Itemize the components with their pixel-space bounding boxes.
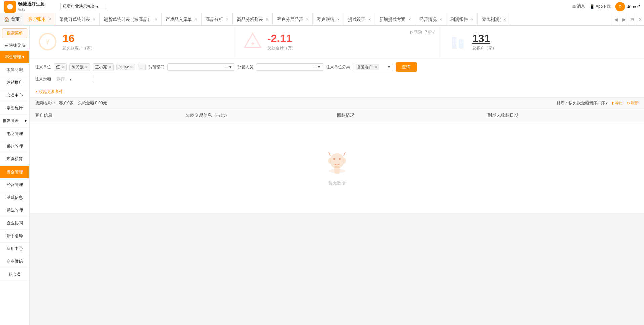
svg-line-17 — [344, 152, 345, 156]
tab-profit-report[interactable]: 利润报告 ✕ — [446, 13, 478, 26]
sidebar-item-retail-mall[interactable]: 零售商城 — [0, 64, 29, 76]
sidebar-item-member-vip[interactable]: 畅会员 — [0, 268, 29, 281]
remove-unit-wu[interactable]: ✕ — [61, 65, 64, 69]
unit-tag-wang[interactable]: 王小亮 ✕ — [93, 63, 114, 71]
svg-point-18 — [328, 158, 331, 164]
close-tab-customer-contact[interactable]: ✕ — [337, 17, 340, 21]
sidebar-item-member-center[interactable]: 会员中心 — [0, 89, 29, 102]
stat-card-total-customers: 131 总客户（家） — [439, 26, 644, 58]
sidebar-quick-nav[interactable]: ☰ 快捷导航 — [0, 41, 29, 51]
close-tab-customer-accounts[interactable]: ✕ — [48, 17, 51, 21]
tab-promotion-settings[interactable]: 提成设置 ✕ — [344, 13, 375, 26]
export-button[interactable]: ⬆ 导出 — [611, 100, 623, 106]
unit-more-btn[interactable]: ... — [138, 64, 146, 70]
sidebar-item-retail-mgmt[interactable]: 零售管理 ▾ — [0, 51, 29, 64]
close-tab-operations[interactable]: ✕ — [439, 17, 442, 21]
sidebar-item-enterprise-wechat[interactable]: 企业微信 — [0, 255, 29, 268]
tab-purchase-order-stats[interactable]: 采购订单统计表 ✕ — [55, 13, 100, 26]
demo-selector[interactable]: 母婴行业演示帐套 ▾ — [60, 3, 105, 10]
sidebar-item-operations-mgmt[interactable]: 经营管理 — [0, 179, 29, 191]
help-link[interactable]: ? 帮助 — [425, 29, 436, 35]
unit-tag-cjttcw[interactable]: cjttcw ✕ — [116, 64, 135, 70]
tab-retail-profit[interactable]: 零售利润( ✕ — [478, 13, 510, 26]
stat-value-total-customers: 131 — [472, 32, 497, 45]
close-tab-product-inbound[interactable]: ✕ — [195, 17, 197, 21]
stat-label-total-customers: 总客户（家） — [472, 45, 497, 51]
remove-classify[interactable]: ✕ — [374, 65, 377, 69]
close-tab-inbound-stats[interactable]: ✕ — [155, 17, 157, 21]
th-debt: 欠款交易信息（占比） — [186, 112, 337, 118]
tab-right-arrow[interactable]: ▶ — [620, 13, 628, 26]
tab-product-analysis-list[interactable]: 商品分析列表 ✕ — [233, 13, 273, 26]
tab-more-btn[interactable]: ⊞ — [628, 13, 636, 26]
sidebar-item-basic-info[interactable]: 基础信息 — [0, 191, 29, 204]
message-icon: ✉ — [572, 4, 576, 9]
remove-unit-wang[interactable]: ✕ — [109, 65, 111, 69]
refresh-button[interactable]: ↻ 刷新 — [627, 100, 639, 106]
svg-rect-6 — [453, 39, 454, 41]
close-tab-promotion-settings[interactable]: ✕ — [368, 17, 371, 21]
search-button[interactable]: 查询 — [396, 62, 417, 72]
remove-unit-cjttcw[interactable]: ✕ — [130, 65, 133, 69]
tab-home[interactable]: 🏠 首页 — [0, 13, 24, 26]
close-tab-product-analysis[interactable]: ✕ — [226, 17, 228, 21]
sidebar-item-wholesale-mgmt[interactable]: 批发管理 ▾ — [0, 115, 29, 128]
sidebar-item-new-guide[interactable]: 新手引导 — [0, 230, 29, 243]
balance-select[interactable]: 选择... ▾ — [54, 75, 94, 83]
person-select[interactable]: ··· ▾ — [256, 63, 323, 71]
svg-text:¥: ¥ — [45, 38, 50, 46]
collapse-button[interactable]: ∧ 收起更多条件 — [35, 87, 639, 97]
sidebar-item-purchase-mgmt[interactable]: 采购管理 — [0, 140, 29, 153]
main-content: ¥ 16 总欠款客户（家） ✦ -2.11 欠款合计 — [30, 26, 644, 325]
close-tab-product-analysis-list[interactable]: ✕ — [266, 17, 268, 21]
app-download-btn[interactable]: 📱 App下载 — [590, 4, 611, 9]
sidebar-item-app-center[interactable]: 应用中心 — [0, 243, 29, 255]
sidebar-search-area: 搜索菜单 — [0, 26, 29, 41]
nav-icon: ☰ — [4, 43, 8, 48]
tab-customer-segment[interactable]: 客户分层经营 ✕ — [273, 13, 313, 26]
sidebar-item-enterprise-collab[interactable]: 企业协同 — [0, 217, 29, 230]
tab-close-all-btn[interactable]: ✕ — [636, 13, 644, 26]
stats-row: ¥ 16 总欠款客户（家） ✦ -2.11 欠款合计 — [30, 26, 644, 58]
tab-inbound-stats[interactable]: 进货单统计表（按商品） ✕ — [100, 13, 162, 26]
empty-icon — [324, 149, 350, 176]
sidebar-item-ecommerce-mgmt[interactable]: 电商管理 — [0, 128, 29, 140]
tab-customer-contact[interactable]: 客户联络 ✕ — [313, 13, 344, 26]
tab-left-arrow[interactable]: ◀ — [612, 13, 620, 26]
unit-tag-chen[interactable]: 陈民强 ✕ — [69, 63, 90, 71]
remove-unit-chen[interactable]: ✕ — [85, 65, 88, 69]
collapse-icon: ∧ — [35, 89, 38, 94]
sort-button[interactable]: 排序：按欠款金额倒序排序 ▾ — [557, 100, 608, 106]
video-link[interactable]: ▷ 视频 — [410, 29, 422, 35]
close-tab-new-achievement[interactable]: ✕ — [408, 17, 411, 21]
tab-customer-accounts[interactable]: 客户账本 ✕ — [24, 13, 55, 26]
unit-tag-wu[interactable]: 伍 ✕ — [54, 63, 67, 71]
user-profile[interactable]: D demo2 — [615, 2, 640, 11]
sidebar-item-marketing[interactable]: 营销推广 — [0, 76, 29, 89]
sidebar-item-inventory-check[interactable]: 库存核算 — [0, 153, 29, 166]
logo-area: 畅捷通好生意 标版 — [4, 1, 58, 13]
tab-product-inbound[interactable]: 产成品入库单 ✕ — [162, 13, 202, 26]
sidebar-item-retail-stats[interactable]: 零售统计 — [0, 102, 29, 115]
sidebar-item-finance-mgmt[interactable]: 资金管理 — [0, 166, 29, 179]
stat-card-debt-amount: ✦ -2.11 欠款合计（万） ▷ 视频 ? 帮助 — [234, 26, 439, 58]
sidebar-item-system-mgmt[interactable]: 系统管理 — [0, 204, 29, 217]
sort-arrow-icon: ▾ — [606, 101, 608, 106]
dept-select[interactable]: ··· ▾ — [167, 63, 234, 71]
message-btn[interactable]: ✉ 消息 — [572, 4, 585, 9]
demo-name: 母婴行业演示帐套 — [63, 4, 95, 9]
tab-new-achievement[interactable]: 新增提成方案 ✕ — [375, 13, 415, 26]
expand-icon: ▾ — [22, 55, 24, 59]
close-tab-customer-segment[interactable]: ✕ — [306, 17, 308, 21]
close-tab-retail-profit[interactable]: ✕ — [503, 17, 506, 21]
svg-rect-7 — [455, 39, 457, 41]
unit-classify-select[interactable]: 普通客户 ✕ ▾ — [353, 63, 393, 71]
arrow-icon: ▾ — [25, 119, 27, 123]
debt-icon: ✦ — [243, 32, 263, 52]
close-tab-purchase-order-stats[interactable]: ✕ — [93, 17, 95, 21]
search-menu-button[interactable]: 搜索菜单 — [2, 28, 27, 38]
tab-product-analysis[interactable]: 商品分析 ✕ — [202, 13, 233, 26]
close-tab-profit-report[interactable]: ✕ — [471, 17, 473, 21]
svg-point-15 — [339, 158, 341, 160]
tab-operations[interactable]: 经营情况 ✕ — [415, 13, 446, 26]
